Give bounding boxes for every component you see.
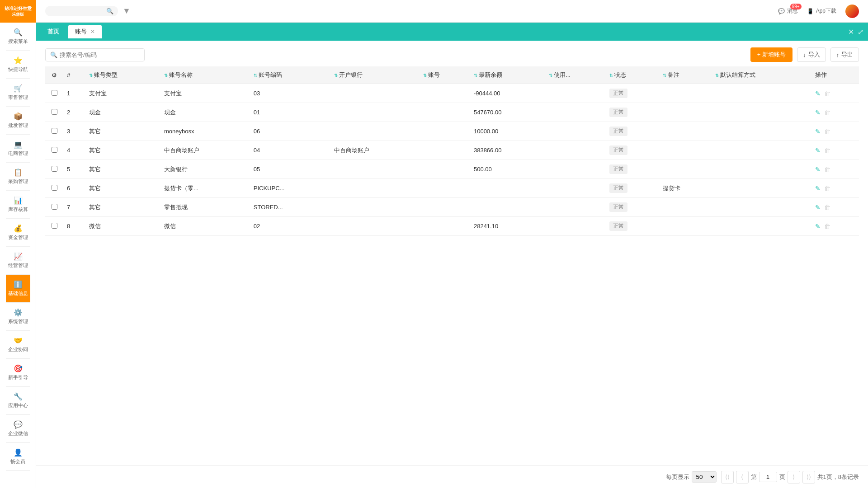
- last-page-button[interactable]: ⟩⟩: [802, 471, 815, 483]
- per-page-select[interactable]: 50 100 200: [692, 471, 717, 483]
- sidebar-item-purchase[interactable]: 📋采购管理: [6, 163, 30, 191]
- dropdown-arrow-icon[interactable]: ▼: [123, 6, 131, 16]
- account-tab-close-icon[interactable]: ✕: [90, 28, 95, 35]
- edit-icon[interactable]: ✎: [815, 147, 821, 154]
- sidebar-item-search[interactable]: 🔍搜索菜单: [6, 23, 30, 51]
- table-row: 8 微信 微信 02 28241.10 正常 ✎ 🗑: [45, 217, 859, 236]
- row-check-input[interactable]: [52, 185, 57, 191]
- row-code: 05: [250, 160, 330, 179]
- topbar-search[interactable]: 🔍: [45, 6, 118, 16]
- row-actions: ✎ 🗑: [811, 217, 859, 236]
- delete-icon[interactable]: 🗑: [824, 204, 830, 211]
- sidebar-item-inventory[interactable]: 📊库存核算: [6, 191, 30, 219]
- user-avatar[interactable]: [845, 5, 859, 18]
- row-bank: 中百商场账户: [330, 141, 420, 160]
- search-input[interactable]: [60, 52, 140, 58]
- sidebar-item-retail[interactable]: 🛒零售管理: [6, 79, 30, 107]
- row-checkbox[interactable]: [45, 122, 63, 141]
- sidebar-item-operation[interactable]: 📈经营管理: [6, 247, 30, 275]
- row-check-input[interactable]: [52, 90, 57, 96]
- tab-account[interactable]: 账号 ✕: [68, 25, 102, 38]
- col-remark[interactable]: ⇅备注: [659, 66, 712, 84]
- delete-icon[interactable]: 🗑: [824, 147, 830, 154]
- row-check-input[interactable]: [52, 204, 57, 210]
- row-remark: [659, 122, 712, 141]
- edit-icon[interactable]: ✎: [815, 109, 821, 116]
- delete-icon[interactable]: 🗑: [824, 223, 830, 230]
- import-button[interactable]: ↓ 导入: [797, 47, 826, 62]
- app-download-button[interactable]: 📱 App下载: [807, 7, 836, 15]
- sidebar-item-wholesale[interactable]: 📦批发管理: [6, 107, 30, 135]
- row-actions: ✎ 🗑: [811, 84, 859, 103]
- edit-icon[interactable]: ✎: [815, 90, 821, 97]
- row-check-input[interactable]: [52, 223, 57, 229]
- col-balance[interactable]: ⇅最新余额: [470, 66, 545, 84]
- col-account[interactable]: ⇅账号: [420, 66, 470, 84]
- col-bank[interactable]: ⇅开户银行: [330, 66, 420, 84]
- col-name[interactable]: ⇅账号名称: [160, 66, 250, 84]
- delete-icon[interactable]: 🗑: [824, 90, 830, 97]
- sidebar-item-finance[interactable]: 💰资金管理: [6, 219, 30, 247]
- row-check-input[interactable]: [52, 109, 57, 115]
- sidebar-label-inventory: 库存核算: [8, 206, 28, 213]
- sidebar-item-member[interactable]: 👤畅会员: [6, 443, 30, 471]
- tab-home[interactable]: 首页: [41, 25, 66, 38]
- row-usage: [545, 179, 606, 198]
- row-checkbox[interactable]: [45, 217, 63, 236]
- row-check-input[interactable]: [52, 128, 57, 134]
- edit-icon[interactable]: ✎: [815, 204, 821, 211]
- row-index: 8: [63, 217, 85, 236]
- row-name: moneybosx: [160, 122, 250, 141]
- delete-icon[interactable]: 🗑: [824, 109, 830, 116]
- prev-page-button[interactable]: ⟨: [736, 471, 749, 483]
- sidebar-item-app_center[interactable]: 🔧应用中心: [6, 387, 30, 415]
- row-status: 正常: [606, 179, 659, 198]
- search-box[interactable]: 🔍: [45, 48, 145, 61]
- delete-icon[interactable]: 🗑: [824, 166, 830, 173]
- row-settlement: [712, 84, 811, 103]
- row-check-input[interactable]: [52, 147, 57, 153]
- row-check-input[interactable]: [52, 166, 57, 172]
- add-account-button[interactable]: + 新增账号: [750, 47, 793, 62]
- sidebar-item-system[interactable]: ⚙️系统管理: [6, 303, 30, 331]
- row-checkbox[interactable]: [45, 141, 63, 160]
- edit-icon[interactable]: ✎: [815, 128, 821, 135]
- sidebar-item-ecommerce[interactable]: 💻电商管理: [6, 135, 30, 163]
- col-status[interactable]: ⇅状态: [606, 66, 659, 84]
- delete-icon[interactable]: 🗑: [824, 128, 830, 135]
- tab-fullscreen-icon[interactable]: ⤢: [858, 28, 863, 36]
- export-button[interactable]: ↑ 导出: [830, 47, 859, 62]
- sidebar-item-wechat[interactable]: 💬企业微信: [6, 415, 30, 443]
- messages-button[interactable]: 💬 消息 99+: [778, 7, 798, 15]
- edit-icon[interactable]: ✎: [815, 185, 821, 192]
- row-checkbox[interactable]: [45, 103, 63, 122]
- col-code[interactable]: ⇅账号编码: [250, 66, 330, 84]
- row-checkbox[interactable]: [45, 198, 63, 217]
- page-number-input[interactable]: [759, 472, 777, 482]
- row-checkbox[interactable]: [45, 179, 63, 198]
- col-type[interactable]: ⇅账号类型: [85, 66, 160, 84]
- inventory-icon: 📊: [14, 196, 23, 205]
- col-usage[interactable]: ⇅使用...: [545, 66, 606, 84]
- status-badge: 正常: [609, 127, 627, 136]
- topbar-search-input[interactable]: [50, 8, 104, 14]
- row-checkbox[interactable]: [45, 84, 63, 103]
- sidebar-item-shortcut[interactable]: ⭐快捷导航: [6, 51, 30, 79]
- member-icon: 👤: [14, 448, 23, 457]
- edit-icon[interactable]: ✎: [815, 166, 821, 173]
- row-name: 大新银行: [160, 160, 250, 179]
- next-page-button[interactable]: ⟩: [788, 471, 800, 483]
- status-badge: 正常: [609, 164, 627, 174]
- edit-icon[interactable]: ✎: [815, 223, 821, 230]
- row-checkbox[interactable]: [45, 160, 63, 179]
- page-size-selector[interactable]: 每页显示 50 100 200: [666, 471, 717, 483]
- sidebar-item-guide[interactable]: 🎯新手引导: [6, 359, 30, 387]
- first-page-button[interactable]: ⟨⟨: [721, 471, 734, 483]
- sidebar-item-agreement[interactable]: 🤝企业协同: [6, 331, 30, 359]
- tab-close-all-icon[interactable]: ✕: [848, 28, 854, 36]
- sidebar-label-system: 系统管理: [8, 318, 28, 325]
- delete-icon[interactable]: 🗑: [824, 185, 830, 192]
- col-settings[interactable]: ⚙: [45, 66, 63, 84]
- sidebar-item-basic[interactable]: ℹ️基础信息: [6, 275, 30, 303]
- col-settlement[interactable]: ⇅默认结算方式: [712, 66, 811, 84]
